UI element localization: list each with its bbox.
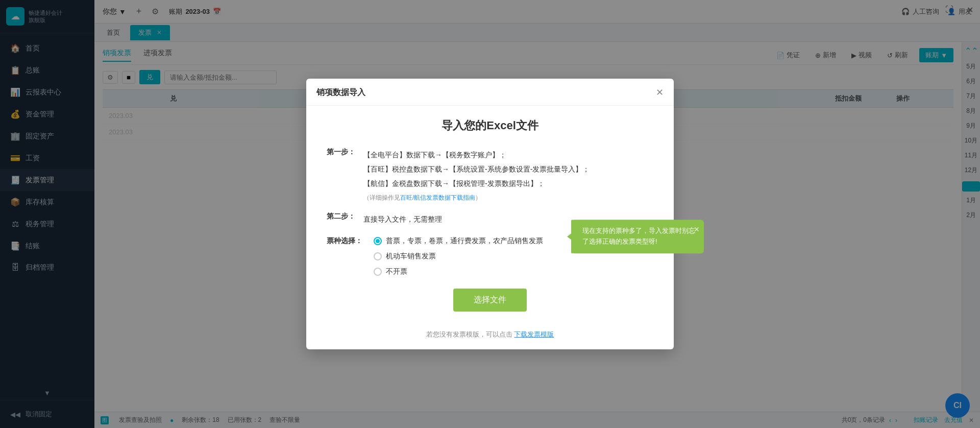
select-file-button[interactable]: 选择文件 xyxy=(453,289,527,312)
tooltip-bar xyxy=(571,220,573,253)
radio-item-1: 机动车销售发票 xyxy=(374,252,543,261)
radio-2[interactable] xyxy=(374,268,382,276)
step1-line3: 【航信】金税盘数据下载→【报税管理-发票数据导出】； xyxy=(363,176,590,191)
step1-label: 第一步： xyxy=(327,148,357,204)
step2-content: 直接导入文件，无需整理 xyxy=(363,212,442,226)
ticket-label: 票种选择： xyxy=(327,236,362,246)
radio-group: 普票，专票，卷票，通行费发票，农产品销售发票 机动车销售发票 不开票 xyxy=(374,236,543,276)
radio-item-0: 普票，专票，卷票，通行费发票，农产品销售发票 xyxy=(374,236,543,246)
step1-content: 【全电平台】数据下载→【税务数字账户】； 【百旺】税控盘数据下载→【系统设置-系… xyxy=(363,148,590,204)
step1-row: 第一步： 【全电平台】数据下载→【税务数字账户】； 【百旺】税控盘数据下载→【系… xyxy=(327,148,653,204)
radio-0[interactable] xyxy=(374,237,382,245)
radio-0-label: 普票，专票，卷票，通行费发票，农产品销售发票 xyxy=(386,236,543,246)
import-modal: 销项数据导入 ✕ 导入您的Excel文件 第一步： 【全电平台】数据下载→【税务… xyxy=(306,79,674,349)
modal-footer: 若您没有发票模版，可以点击 下载发票模版 xyxy=(306,330,674,349)
radio-2-label: 不开票 xyxy=(386,267,407,276)
download-template-link[interactable]: 下载发票模版 xyxy=(514,330,554,338)
step1-sub: （详细操作见百旺/航信发票数据下载指南） xyxy=(363,192,590,204)
ticket-select: 票种选择： 普票，专票，卷票，通行费发票，农产品销售发票 机动车销售发票 不开票 xyxy=(327,236,653,276)
step1-guide-link[interactable]: 百旺/航信发票数据下载指南 xyxy=(400,194,475,201)
radio-1-label: 机动车销售发票 xyxy=(386,252,436,261)
modal-body: 导入您的Excel文件 第一步： 【全电平台】数据下载→【税务数字账户】； 【百… xyxy=(306,106,674,330)
modal-btn-row: 选择文件 xyxy=(327,289,653,312)
tooltip-close[interactable]: ✕ xyxy=(694,224,700,235)
tooltip-text: 现在支持的票种多了，导入发票时别忘了选择正确的发票类型呀! xyxy=(578,226,697,247)
tooltip-popup: 现在支持的票种多了，导入发票时别忘了选择正确的发票类型呀! ✕ xyxy=(571,220,704,253)
modal-title: 销项数据导入 xyxy=(316,87,365,98)
modal-overlay: 销项数据导入 ✕ 导入您的Excel文件 第一步： 【全电平台】数据下载→【税务… xyxy=(0,0,980,428)
modal-close-button[interactable]: ✕ xyxy=(656,87,664,98)
step2-label: 第二步： xyxy=(327,212,357,226)
radio-item-2: 不开票 xyxy=(374,267,543,276)
step1-line2: 【百旺】税控盘数据下载→【系统设置-系统参数设置-发票批量导入】； xyxy=(363,162,590,176)
footer-prefix: 若您没有发票模版，可以点击 xyxy=(426,330,512,338)
step1-line1: 【全电平台】数据下载→【税务数字账户】； xyxy=(363,148,590,162)
modal-header: 销项数据导入 ✕ xyxy=(306,79,674,106)
radio-1[interactable] xyxy=(374,252,382,260)
modal-main-title: 导入您的Excel文件 xyxy=(327,118,653,133)
